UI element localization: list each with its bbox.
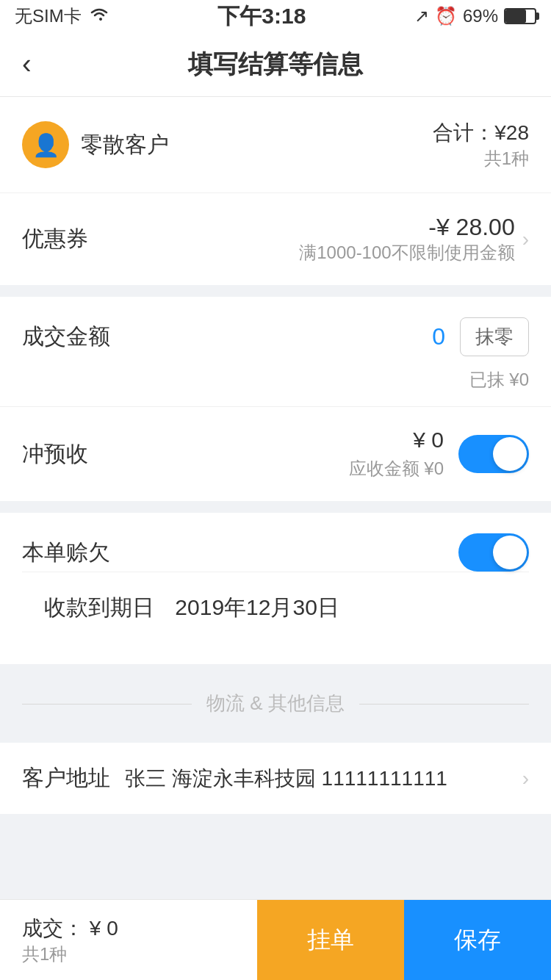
pre-receipt-value: ¥ 0 — [413, 428, 444, 453]
debt-section: 本单赊欠 收款到期日 2019年12月30日 — [0, 513, 551, 664]
status-time: 下午3:18 — [217, 1, 306, 32]
address-chevron-icon: › — [522, 767, 529, 790]
alarm-icon: ⏰ — [435, 6, 457, 26]
customer-right: 合计：¥28 共1种 — [433, 119, 529, 170]
bottom-bar: 成交： ¥ 0 共1种 挂单 保存 — [0, 899, 551, 980]
coupon-desc: 满1000-100不限制使用金额 — [299, 241, 514, 264]
status-right: ↗ ⏰ 69% — [414, 6, 536, 26]
bottom-count: 共1种 — [22, 943, 235, 966]
battery-percent: 69% — [463, 6, 498, 26]
battery-icon — [504, 8, 536, 24]
bottom-transaction-amount: ¥ 0 — [90, 917, 118, 940]
pre-receipt-toggle[interactable] — [458, 435, 529, 473]
transaction-value: 0 — [432, 323, 445, 350]
customer-name: 零散客户 — [81, 130, 169, 160]
debt-toggle[interactable] — [458, 533, 529, 572]
coupon-info: -¥ 28.00 满1000-100不限制使用金额 — [299, 214, 514, 264]
bottom-amount-row: 成交： ¥ 0 — [22, 915, 235, 943]
pre-receipt-right: ¥ 0 应收金额 ¥0 — [349, 428, 529, 480]
address-value: 张三 海淀永丰科技园 11111111111 — [125, 765, 522, 793]
logistics-divider: 物流 & 其他信息 — [0, 676, 551, 731]
coupon-right: -¥ 28.00 满1000-100不限制使用金额 › — [299, 214, 529, 264]
nav-bar: ‹ 填写结算等信息 — [0, 32, 551, 97]
customer-section: 👤 零散客户 合计：¥28 共1种 优惠券 -¥ 28.00 满1000-100… — [0, 97, 551, 285]
wifi-icon — [89, 6, 109, 26]
total-count: 共1种 — [433, 147, 529, 170]
due-date-label: 收款到期日 — [44, 595, 154, 619]
debt-toggle-knob — [493, 536, 527, 569]
avatar-icon: 👤 — [32, 132, 60, 158]
save-button[interactable]: 保存 — [404, 900, 551, 980]
address-section: 客户地址 张三 海淀永丰科技园 11111111111 › — [0, 743, 551, 814]
due-date-value: 2019年12月30日 — [175, 595, 339, 619]
coupon-label: 优惠券 — [22, 224, 88, 254]
bottom-transaction-label: 成交： — [22, 917, 84, 940]
transaction-row: 成交金额 0 抹零 — [0, 297, 551, 368]
customer-row: 👤 零散客户 合计：¥28 共1种 — [0, 97, 551, 192]
coupon-discount: -¥ 28.00 — [299, 214, 514, 241]
logistics-label: 物流 & 其他信息 — [192, 692, 359, 714]
nav-title: 填写结算等信息 — [188, 48, 363, 82]
transaction-right: 0 抹零 — [432, 317, 529, 356]
already-zeroed-text: 已抹 ¥0 — [0, 368, 551, 406]
location-icon: ↗ — [414, 6, 429, 26]
back-button[interactable]: ‹ — [22, 48, 32, 80]
customer-left: 👤 零散客户 — [22, 121, 169, 168]
pending-button[interactable]: 挂单 — [257, 900, 404, 980]
pre-receipt-label: 冲预收 — [22, 439, 88, 469]
status-bar: 无SIM卡 下午3:18 ↗ ⏰ 69% — [0, 0, 551, 32]
toggle-knob — [493, 437, 527, 471]
debt-row: 本单赊欠 — [22, 533, 529, 572]
total-amount: 合计：¥28 — [433, 119, 529, 147]
bottom-info: 成交： ¥ 0 共1种 — [0, 900, 257, 980]
pre-receipt-row: 冲预收 ¥ 0 应收金额 ¥0 — [0, 406, 551, 501]
status-left: 无SIM卡 — [15, 4, 109, 28]
transaction-section: 成交金额 0 抹零 已抹 ¥0 冲预收 ¥ 0 应收金额 ¥0 — [0, 297, 551, 501]
receivable-amount: 应收金额 ¥0 — [349, 457, 444, 480]
address-row[interactable]: 客户地址 张三 海淀永丰科技园 11111111111 › — [0, 743, 551, 814]
pre-receipt-info: ¥ 0 应收金额 ¥0 — [349, 428, 444, 480]
address-label: 客户地址 — [22, 763, 110, 793]
customer-avatar: 👤 — [22, 121, 69, 168]
debt-label: 本单赊欠 — [22, 538, 110, 568]
due-date-row: 收款到期日 2019年12月30日 — [22, 572, 529, 644]
round-zero-button[interactable]: 抹零 — [460, 317, 529, 356]
coupon-row[interactable]: 优惠券 -¥ 28.00 满1000-100不限制使用金额 › — [0, 192, 551, 285]
carrier-text: 无SIM卡 — [15, 4, 82, 28]
coupon-chevron-icon: › — [522, 228, 529, 251]
transaction-label: 成交金额 — [22, 322, 110, 352]
